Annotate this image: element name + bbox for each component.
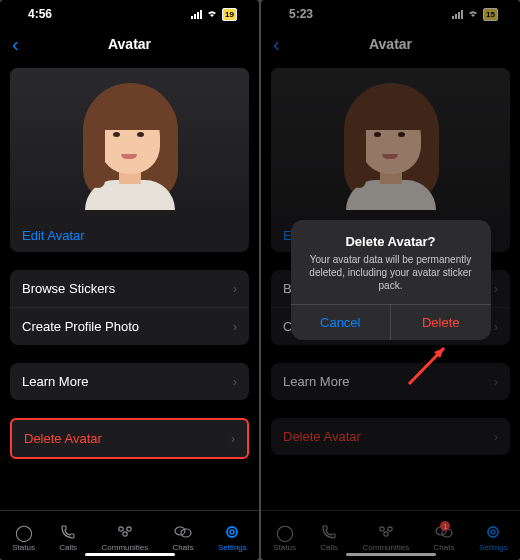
chats-icon bbox=[174, 523, 192, 541]
tab-label: Status bbox=[12, 543, 35, 552]
row-label: Learn More bbox=[22, 374, 88, 389]
tab-communities[interactable]: Communities bbox=[101, 523, 148, 552]
tab-label: Calls bbox=[59, 543, 77, 552]
svg-point-6 bbox=[230, 530, 234, 534]
avatar-image bbox=[10, 68, 249, 218]
status-icon: ◯ bbox=[15, 523, 33, 541]
svg-point-2 bbox=[123, 532, 127, 536]
avatar-card: Edit Avatar bbox=[10, 68, 249, 252]
chevron-right-icon: › bbox=[233, 375, 237, 389]
edit-avatar-link[interactable]: Edit Avatar bbox=[22, 228, 85, 243]
nav-header: ‹ Avatar bbox=[0, 28, 259, 60]
options-group-2: Learn More › bbox=[10, 363, 249, 400]
options-group-1: Browse Stickers › Create Profile Photo › bbox=[10, 270, 249, 345]
phone-screen-left: 4:56 19 ‹ Avatar bbox=[0, 0, 259, 560]
tab-chats[interactable]: Chats bbox=[173, 523, 194, 552]
create-profile-photo-row[interactable]: Create Profile Photo › bbox=[10, 308, 249, 345]
delete-group-highlighted: Delete Avatar › bbox=[10, 418, 249, 459]
communities-icon bbox=[116, 523, 134, 541]
delete-avatar-row[interactable]: Delete Avatar › bbox=[12, 420, 247, 457]
svg-point-0 bbox=[119, 527, 123, 531]
svg-point-4 bbox=[181, 529, 191, 537]
tab-calls[interactable]: Calls bbox=[59, 523, 77, 552]
home-indicator[interactable] bbox=[85, 553, 175, 556]
svg-point-3 bbox=[175, 527, 185, 535]
cancel-button[interactable]: Cancel bbox=[291, 305, 392, 340]
phone-icon bbox=[60, 523, 76, 541]
tab-label: Chats bbox=[173, 543, 194, 552]
alert-title: Delete Avatar? bbox=[305, 234, 477, 249]
svg-point-1 bbox=[127, 527, 131, 531]
row-label: Create Profile Photo bbox=[22, 319, 139, 334]
status-time: 4:56 bbox=[28, 7, 52, 21]
tab-settings[interactable]: Settings bbox=[218, 523, 247, 552]
alert-message: Your avatar data will be permanently del… bbox=[305, 253, 477, 292]
gear-icon bbox=[224, 523, 240, 541]
row-label: Delete Avatar bbox=[24, 431, 102, 446]
chevron-right-icon: › bbox=[233, 320, 237, 334]
status-bar: 4:56 19 bbox=[0, 0, 259, 28]
back-button[interactable]: ‹ bbox=[12, 33, 19, 56]
svg-point-5 bbox=[227, 527, 237, 537]
delete-confirm-alert: Delete Avatar? Your avatar data will be … bbox=[291, 220, 491, 340]
browse-stickers-row[interactable]: Browse Stickers › bbox=[10, 270, 249, 308]
wifi-icon bbox=[206, 9, 218, 20]
delete-button[interactable]: Delete bbox=[391, 305, 491, 340]
learn-more-row[interactable]: Learn More › bbox=[10, 363, 249, 400]
phone-screen-right: 5:23 15 ‹ Avatar bbox=[261, 0, 520, 560]
status-indicators: 19 bbox=[191, 8, 237, 21]
battery-icon: 19 bbox=[222, 8, 237, 21]
chevron-right-icon: › bbox=[231, 432, 235, 446]
chevron-right-icon: › bbox=[233, 282, 237, 296]
tab-status[interactable]: ◯ Status bbox=[12, 523, 35, 552]
tab-label: Settings bbox=[218, 543, 247, 552]
row-label: Browse Stickers bbox=[22, 281, 115, 296]
tab-label: Communities bbox=[101, 543, 148, 552]
signal-icon bbox=[191, 10, 202, 19]
modal-overlay: Delete Avatar? Your avatar data will be … bbox=[261, 0, 520, 560]
page-title: Avatar bbox=[108, 36, 151, 52]
